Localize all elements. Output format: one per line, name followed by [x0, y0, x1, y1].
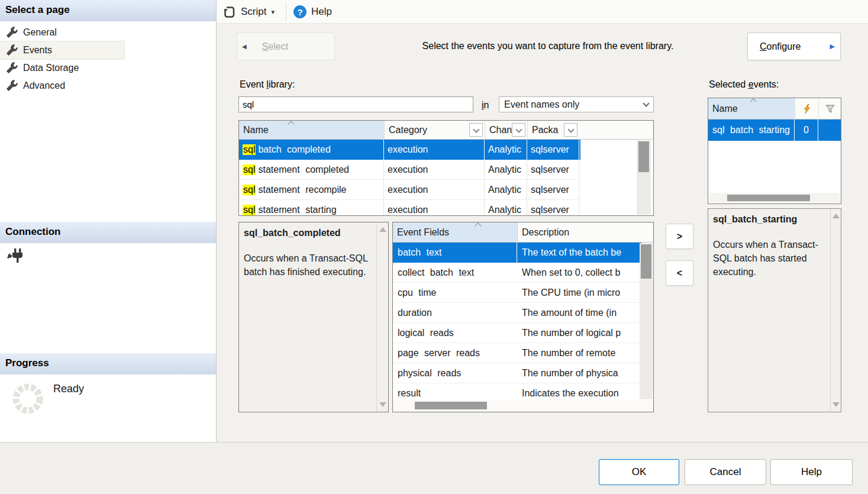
column-header-name[interactable]: Name	[708, 98, 795, 119]
wrench-icon	[5, 26, 18, 39]
script-button[interactable]: Script ▾	[218, 0, 279, 24]
configure-tab-button[interactable]: Configure ▶	[747, 33, 841, 60]
search-scope-value: Event names only	[504, 99, 579, 110]
channel-filter-button[interactable]	[512, 123, 525, 137]
event-row[interactable]: sqlstatement starting execution Analytic…	[239, 200, 580, 216]
event-fields-horizontal-scrollbar[interactable]	[393, 400, 653, 412]
event-row[interactable]: sqlbatch completed execution Analytic sq…	[239, 140, 580, 160]
column-header-channel[interactable]: Chan	[485, 121, 527, 139]
description-scrollbar[interactable]	[376, 222, 388, 412]
remove-event-button[interactable]: <	[666, 260, 693, 286]
event-description-panel: sql_batch_completed Occurs when a Transa…	[238, 222, 389, 412]
scrollbar-thumb[interactable]	[415, 402, 487, 409]
event-field-row[interactable]: physical reads The number of physica	[393, 363, 641, 383]
select-tab-button[interactable]: ◀ Select	[237, 33, 335, 60]
sidebar-item-general[interactable]: General	[0, 24, 216, 41]
script-label: Script	[241, 6, 266, 18]
event-field-row[interactable]: page server reads The number of remote	[393, 343, 641, 363]
cancel-button[interactable]: Cancel	[685, 459, 766, 485]
scroll-up-icon[interactable]	[832, 214, 840, 218]
event-fields-table: Event Fields Description batch text The …	[392, 222, 654, 412]
help-label: Help	[311, 6, 332, 18]
column-header-package[interactable]: Packa	[527, 121, 579, 139]
page-instruction: Select the events you want to capture fr…	[364, 41, 731, 51]
events-page-content: ◀ Select Select the events you want to c…	[217, 24, 868, 442]
connection-plug-icon	[7, 248, 24, 264]
scroll-up-icon[interactable]	[379, 227, 386, 232]
add-event-button[interactable]: >	[666, 224, 693, 249]
sort-ascending-icon	[750, 98, 756, 105]
configure-tab-label: Configure	[760, 41, 801, 52]
event-row[interactable]: sqlstatement recompile execution Analyti…	[239, 180, 580, 200]
selected-event-description-panel: sql_batch_starting Occurs when a Transac…	[708, 208, 841, 412]
column-header-description[interactable]: Description	[517, 222, 653, 242]
event-field-row[interactable]: batch text The text of the batch be	[393, 243, 641, 263]
forward-arrow-icon: ▶	[830, 43, 835, 50]
sidebar-item-advanced[interactable]: Advanced	[0, 77, 216, 95]
selected-events-horizontal-scrollbar[interactable]	[709, 193, 840, 203]
event-library-table: Name Category Chan Packa sqlbatch comple…	[238, 120, 654, 216]
package-filter-button[interactable]	[564, 123, 577, 137]
event-field-row[interactable]: result Indicates the execution	[393, 383, 641, 400]
column-header-category[interactable]: Category	[384, 121, 485, 139]
lightning-icon	[804, 104, 811, 114]
in-label: in	[482, 100, 489, 111]
event-fields-vertical-scrollbar[interactable]	[640, 243, 653, 399]
selected-event-description-body: Occurs when a Transact-SQL batch has sta…	[713, 238, 827, 279]
ok-button[interactable]: OK	[599, 459, 679, 485]
event-search-input[interactable]	[238, 96, 473, 112]
event-description-title: sql_batch_completed	[244, 228, 373, 238]
progress-header: Progress	[0, 353, 216, 374]
column-header-filter[interactable]	[818, 98, 841, 119]
select-a-page-header: Select a page	[0, 0, 216, 21]
help-toolbar-button[interactable]: ? Help	[289, 0, 337, 24]
search-scope-dropdown[interactable]: Event names only	[499, 96, 654, 112]
event-field-row[interactable]: cpu time The CPU time (in micro	[393, 283, 641, 303]
sort-ascending-icon	[475, 222, 481, 229]
wrench-icon	[5, 79, 18, 92]
event-library-label: Event library:	[240, 79, 295, 90]
event-field-row[interactable]: collect batch text When set to 0, collec…	[393, 263, 641, 283]
selected-events-table: Name sql batch starting 0	[708, 98, 841, 204]
connection-header: Connection	[0, 222, 216, 243]
column-header-name[interactable]: Name	[239, 121, 384, 139]
toolbar-separator	[286, 3, 286, 21]
help-icon: ?	[293, 5, 306, 18]
scrollbar-thumb[interactable]	[641, 244, 651, 279]
wrench-icon	[5, 44, 18, 57]
wrench-icon	[5, 62, 18, 75]
dialog-footer: OK Cancel Help	[0, 442, 868, 494]
sidebar-item-label: Advanced	[23, 80, 65, 91]
description-scrollbar[interactable]	[830, 209, 841, 412]
column-header-event-fields[interactable]: Event Fields	[393, 222, 517, 242]
event-description-body: Occurs when a Transact-SQL batch has fin…	[244, 251, 373, 279]
selected-events-label: Selected events:	[709, 79, 779, 90]
scrollbar-thumb[interactable]	[727, 195, 810, 201]
scrollbar-thumb[interactable]	[638, 141, 649, 172]
scroll-down-icon[interactable]	[379, 402, 386, 407]
sidebar-item-data-storage[interactable]: Data Storage	[0, 59, 216, 77]
selected-event-description-title: sql_batch_starting	[713, 214, 827, 225]
selected-event-row[interactable]: sql batch starting 0	[708, 120, 841, 141]
script-dropdown-caret-icon[interactable]: ▾	[271, 8, 275, 16]
select-tab-label: Select	[262, 41, 288, 52]
sidebar-item-events[interactable]: Events	[0, 41, 124, 59]
event-library-vertical-scrollbar[interactable]	[637, 140, 651, 215]
scroll-down-icon[interactable]	[832, 402, 840, 407]
event-row[interactable]: sqlstatement completed execution Analyti…	[239, 160, 580, 180]
sidebar-item-label: Data Storage	[23, 63, 79, 73]
event-field-row[interactable]: duration The amount of time (in	[393, 303, 641, 323]
help-button[interactable]: Help	[770, 459, 853, 485]
progress-spinner-icon	[11, 382, 45, 416]
script-icon	[222, 5, 236, 19]
chevron-down-icon	[643, 100, 649, 106]
sidebar-item-label: Events	[23, 45, 52, 56]
progress-status: Ready	[53, 383, 84, 395]
back-arrow-icon: ◀	[242, 43, 247, 50]
sidebar-item-label: General	[23, 27, 57, 38]
toolbar: Script ▾ ? Help	[217, 0, 868, 24]
event-field-row[interactable]: logical reads The number of logical p	[393, 323, 641, 343]
filter-funnel-icon	[825, 105, 835, 113]
category-filter-button[interactable]	[469, 123, 483, 137]
column-header-event-filter-count[interactable]	[795, 98, 818, 119]
